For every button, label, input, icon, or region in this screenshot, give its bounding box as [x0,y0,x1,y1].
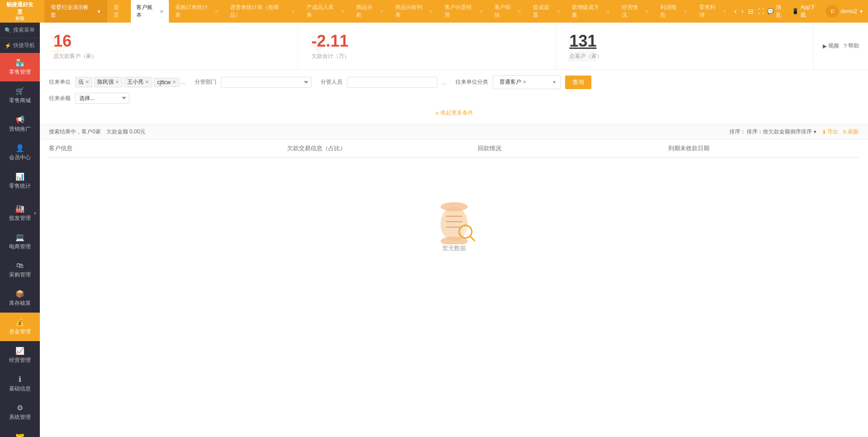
brand-label: 母婴行业演示帐套 [51,4,94,19]
tab-purchase-order-stats[interactable]: 采购订单统计表 ✕ [170,0,224,23]
fullscreen-btn[interactable]: ⛶ [756,6,766,17]
main-area: 母婴行业演示帐套 ▼ 首页 客户账本 ✕ 采购订单统计表 ✕ 进货单统计表（按商… [40,0,868,437]
sidebar-item-retail-stats[interactable]: 📊 零售统计 [0,167,40,195]
filter-more-tags[interactable]: ... [181,79,186,86]
sidebar-item-purchase[interactable]: 🛍 采购管理 [0,256,40,284]
tab-prev-btn[interactable]: ‹ [733,5,739,17]
sidebar-item-basic-info[interactable]: ℹ 基础信息 [0,370,40,398]
user-avatar: D [826,5,839,18]
sidebar-item-inventory[interactable]: 📦 库存核算 [0,284,40,313]
nav-icon: ⚡ [5,43,11,49]
sidebar-item-finance[interactable]: 💰 资金管理 [0,313,40,341]
tab-close-customer-contact[interactable]: ✕ [518,9,521,14]
sidebar-item-system[interactable]: ⚙ 系统管理 [0,398,40,427]
stat-bg-icon-2: ✦ [307,30,330,62]
tab-close-customer-segment[interactable]: ✕ [479,9,483,14]
help-btn[interactable]: ? 帮助 [844,42,859,50]
sidebar-search[interactable]: 🔍 搜索菜单 [0,23,40,38]
collapse-bar: ∧ 收起更多条件 [49,107,859,119]
tab-product-analysis[interactable]: 商品分析 ✕ [351,0,389,23]
enterprise-icon: 🤝 [15,432,24,437]
remove-tag-wang[interactable]: ✕ [145,79,149,85]
tab-close-purchase-stats[interactable]: ✕ [291,9,295,14]
user-menu[interactable]: D demo2 ▼ [826,5,863,18]
tab-close-profit-report[interactable]: ✕ [684,9,687,14]
sidebar-item-enterprise[interactable]: 🤝 企业协同 [0,427,40,437]
remove-tag-normal-customer[interactable]: ✕ [523,79,527,85]
tab-next-btn[interactable]: › [739,5,745,17]
retail-stats-icon: 📊 [15,172,24,181]
stats-controls: ▶ 视频 ? 帮助 [814,23,868,69]
tab-close-retail-profit[interactable]: ✕ [723,9,726,14]
sidebar-item-wholesale[interactable]: 🏭 批发管理 ▼ [0,199,40,228]
refresh-btn[interactable]: ↻ 刷新 [843,128,859,136]
remove-tag-wu[interactable]: ✕ [85,79,89,85]
tab-more-btn[interactable]: ⊟ [746,6,755,17]
filter-category-container: 普通客户 ✕ ▼ [493,75,561,89]
sidebar-logo: 畅捷通好生意 标版 [0,0,40,23]
sidebar-item-retail-mall[interactable]: 🛒 零售商城 [0,81,40,110]
sort-btn[interactable]: 排序： 排序：按欠款金额倒序排序 ▼ [729,128,817,136]
empty-text: 暂无数据 [442,244,466,252]
video-btn[interactable]: ▶ 视频 [823,42,839,50]
wholesale-icon: 🏭 [15,204,24,213]
sidebar-item-retail-mgmt[interactable]: 🏪 零售管理 [0,53,40,81]
tab-close-operations-status[interactable]: ✕ [645,9,648,14]
svg-point-0 [441,207,468,241]
export-btn[interactable]: ⬇ 导出 [822,128,838,136]
sidebar-item-operations[interactable]: 📈 经营管理 [0,341,40,370]
tab-profit-report[interactable]: 利润报告 ✕ [655,0,693,23]
filter-dept-select[interactable] [221,77,312,88]
stat-total-debt-amount: ✦ -2.11 欠款合计（万） [298,23,556,69]
collapse-icon: ∧ [435,110,439,116]
tab-customer-contact[interactable]: 客户联络 ✕ [489,0,527,23]
remove-tag-chen[interactable]: ✕ [115,79,119,85]
filter-unit-label: 往来单位 [49,78,71,86]
stats-bar: ¥ 16 总欠款客户（家） ✦ -2.11 欠款合计（万） 🏢 131 总客户（… [40,23,868,70]
tab-close-tips-settings[interactable]: ✕ [556,9,560,14]
filter-tag-normal-customer: 普通客户 ✕ [497,77,529,87]
tab-customer-segment[interactable]: 客户分层经营 ✕ [439,0,488,23]
member-icon: 👤 [15,144,24,152]
sidebar-item-marketing[interactable]: 📢 营销推广 [0,110,40,138]
brand-dropdown-icon: ▼ [96,9,101,14]
filter-balance-select[interactable]: 选择... [75,93,129,104]
filter-tag-chen: 陈民强 ✕ [94,77,122,87]
sidebar-item-ecommerce[interactable]: 💻 电商管理 [0,228,40,256]
tab-retail-profit[interactable]: 零售利润 ✕ [694,0,732,23]
tab-product-analysis-list[interactable]: 商品分析列表 ✕ [390,0,439,23]
help-icon: ? [844,43,847,49]
tab-operations-status[interactable]: 经营情况 ✕ [616,0,654,23]
query-button[interactable]: 查询 [565,76,591,89]
tab-close-purchase-order[interactable]: ✕ [215,9,218,14]
retail-mall-icon: 🛒 [15,87,24,95]
topbar-brand[interactable]: 母婴行业演示帐套 ▼ [44,0,107,23]
filter-person-more[interactable]: ... [442,79,446,86]
finance-icon: 💰 [15,318,24,327]
tab-purchase-stats-by-product[interactable]: 进货单统计表（按商品） ✕ [225,0,300,23]
content-area: ¥ 16 总欠款客户（家） ✦ -2.11 欠款合计（万） 🏢 131 总客户（… [40,23,868,437]
filter-person-input[interactable] [347,77,437,88]
result-bar: 搜索结果中，客户0家 欠款金额 0.00元 排序： 排序：按欠款金额倒序排序 ▼… [40,124,868,140]
tab-product-inbound[interactable]: 产成品入库单 ✕ [301,0,350,23]
remove-tag-cjttcw[interactable]: ✕ [172,79,176,85]
search-icon: 🔍 [5,27,11,33]
filter-unit-tags: 伍 ✕ 陈民强 ✕ 王小亮 ✕ cjttcw ✕ ... [75,77,186,87]
tab-new-tips-plan[interactable]: 新增提成方案 ✕ [566,0,615,23]
message-btn[interactable]: 💬 消息 [767,4,786,19]
tab-close-product-analysis-list[interactable]: ✕ [429,9,433,14]
sidebar-item-member[interactable]: 👤 会员中心 [0,138,40,167]
tab-close-product-inbound[interactable]: ✕ [341,9,345,14]
tab-close-product-analysis[interactable]: ✕ [380,9,384,14]
tab-customer-account[interactable]: 客户账本 ✕ [131,0,169,23]
filter-person-label: 分管人员 [321,78,342,86]
stat-total-debt-customers: ¥ 16 总欠款客户（家） [40,23,298,69]
tab-close-customer-account[interactable]: ✕ [160,9,163,14]
sidebar-quick-nav[interactable]: ⚡ 快捷导航 [0,38,40,53]
tab-tips-settings[interactable]: 提成设置 ✕ [528,0,566,23]
svg-line-8 [470,236,475,241]
app-download-btn[interactable]: 📱 App下载 [792,4,821,19]
collapse-button[interactable]: ∧ 收起更多条件 [435,109,473,117]
tab-home[interactable]: 首页 [108,0,130,23]
tab-close-new-tips-plan[interactable]: ✕ [606,9,610,14]
